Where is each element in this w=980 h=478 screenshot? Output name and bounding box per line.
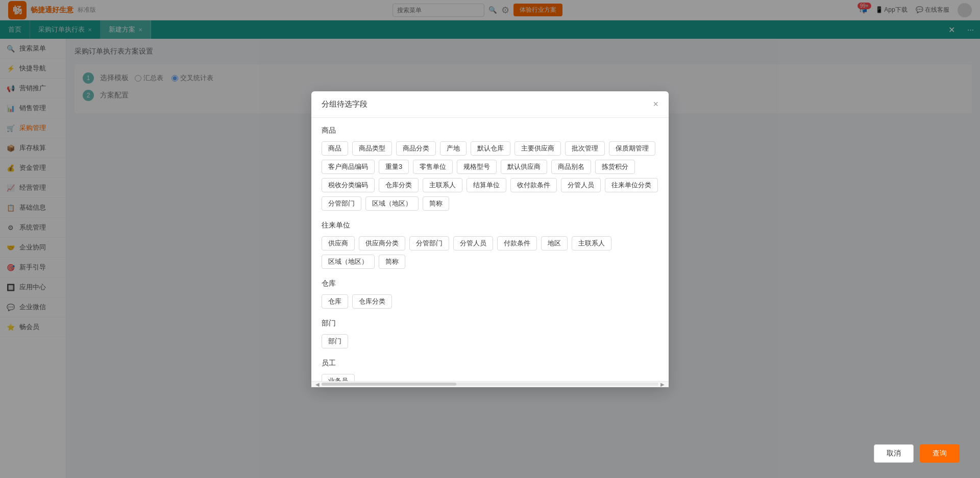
field-tag-warehouse[interactable]: 仓库 xyxy=(322,294,348,309)
field-tag-area[interactable]: 地区 xyxy=(541,236,568,250)
field-select-modal: 分组待选字段 × 商品 商品 商品类型 商品分类 产地 默认仓库 主要供应商 批… xyxy=(311,91,669,387)
section-partner-title: 往来单位 xyxy=(322,221,658,230)
warehouse-field-tags: 仓库 仓库分类 xyxy=(322,294,658,309)
field-tag-main-supplier[interactable]: 主要供应商 xyxy=(514,141,561,156)
field-tag-payment-terms[interactable]: 收付款条件 xyxy=(510,178,557,192)
field-tag-region[interactable]: 区域（地区） xyxy=(365,196,419,211)
field-tag-retail-unit[interactable]: 零售单位 xyxy=(413,160,453,174)
field-tag-short-name[interactable]: 简称 xyxy=(423,196,449,211)
field-tag-dept-manage[interactable]: 分管部门 xyxy=(409,236,449,250)
field-tag-pick-points[interactable]: 拣货积分 xyxy=(595,160,635,174)
modal-footer-buttons: 取消 查询 xyxy=(874,444,960,463)
section-warehouse: 仓库 仓库 仓库分类 xyxy=(322,279,658,309)
field-tag-tax-code[interactable]: 税收分类编码 xyxy=(322,178,375,192)
section-warehouse-title: 仓库 xyxy=(322,279,658,288)
section-dept: 部门 部门 xyxy=(322,319,658,348)
modal-header: 分组待选字段 × xyxy=(311,91,669,118)
section-product: 商品 商品 商品类型 商品分类 产地 默认仓库 主要供应商 批次管理 保质期管理… xyxy=(322,126,658,211)
modal-title: 分组待选字段 xyxy=(322,99,368,109)
field-tag-staff-manage[interactable]: 分管人员 xyxy=(453,236,493,250)
field-tag-partner-category[interactable]: 往来单位分类 xyxy=(605,178,658,192)
hscroll-thumb xyxy=(322,383,456,386)
field-tag-origin[interactable]: 产地 xyxy=(440,141,467,156)
field-tag-contact[interactable]: 主联系人 xyxy=(572,236,611,250)
modal-body: 商品 商品 商品类型 商品分类 产地 默认仓库 主要供应商 批次管理 保质期管理… xyxy=(311,118,669,381)
section-employee-title: 员工 xyxy=(322,359,658,368)
field-tag-dept[interactable]: 部门 xyxy=(322,334,348,348)
hscroll-right-arrow[interactable]: ▶ xyxy=(658,382,667,387)
field-tag-customer-code[interactable]: 客户商品编码 xyxy=(322,160,375,174)
field-tag-supplier[interactable]: 供应商 xyxy=(322,236,355,250)
cancel-button[interactable]: 取消 xyxy=(874,444,914,463)
confirm-button[interactable]: 查询 xyxy=(920,444,960,463)
field-tag-dept-supervisor[interactable]: 分管部门 xyxy=(322,196,361,211)
field-tag-batch-mgmt[interactable]: 批次管理 xyxy=(565,141,605,156)
modal-hscroll[interactable]: ◀ ▶ xyxy=(311,381,669,387)
field-tag-spec-model[interactable]: 规格型号 xyxy=(457,160,497,174)
section-product-title: 商品 xyxy=(322,126,658,135)
section-employee: 员工 业务员 xyxy=(322,359,658,381)
modal-close-button[interactable]: × xyxy=(653,99,658,109)
product-field-tags: 商品 商品类型 商品分类 产地 默认仓库 主要供应商 批次管理 保质期管理 客户… xyxy=(322,141,658,211)
field-tag-warehouse-type[interactable]: 仓库分类 xyxy=(352,294,392,309)
field-tag-region2[interactable]: 区域（地区） xyxy=(322,255,375,269)
hscroll-track xyxy=(322,383,658,386)
field-tag-default-warehouse[interactable]: 默认仓库 xyxy=(471,141,510,156)
field-tag-weight3[interactable]: 重量3 xyxy=(379,160,409,174)
field-tag-default-supplier[interactable]: 默认供应商 xyxy=(501,160,547,174)
section-dept-title: 部门 xyxy=(322,319,658,328)
field-tag-salesperson[interactable]: 业务员 xyxy=(322,374,355,381)
hscroll-left-arrow[interactable]: ◀ xyxy=(313,382,322,387)
field-tag-product-type[interactable]: 商品类型 xyxy=(352,141,392,156)
section-partner: 往来单位 供应商 供应商分类 分管部门 分管人员 付款条件 地区 主联系人 区域… xyxy=(322,221,658,269)
field-tag-shelf-life[interactable]: 保质期管理 xyxy=(609,141,655,156)
field-tag-pay-terms[interactable]: 付款条件 xyxy=(497,236,537,250)
employee-field-tags: 业务员 xyxy=(322,374,658,381)
field-tag-product-alias[interactable]: 商品别名 xyxy=(551,160,591,174)
field-tag-main-contact[interactable]: 主联系人 xyxy=(423,178,462,192)
field-tag-short-name2[interactable]: 简称 xyxy=(379,255,405,269)
field-tag-product-category[interactable]: 商品分类 xyxy=(396,141,436,156)
modal-overlay: 分组待选字段 × 商品 商品 商品类型 商品分类 产地 默认仓库 主要供应商 批… xyxy=(0,0,980,478)
field-tag-supplier-cat[interactable]: 供应商分类 xyxy=(359,236,405,250)
dept-field-tags: 部门 xyxy=(322,334,658,348)
field-tag-settlement-unit[interactable]: 结算单位 xyxy=(467,178,506,192)
partner-field-tags: 供应商 供应商分类 分管部门 分管人员 付款条件 地区 主联系人 区域（地区） … xyxy=(322,236,658,269)
field-tag-warehouse-cat[interactable]: 仓库分类 xyxy=(379,178,419,192)
field-tag-supervisor-staff[interactable]: 分管人员 xyxy=(561,178,601,192)
field-tag-product[interactable]: 商品 xyxy=(322,141,348,156)
